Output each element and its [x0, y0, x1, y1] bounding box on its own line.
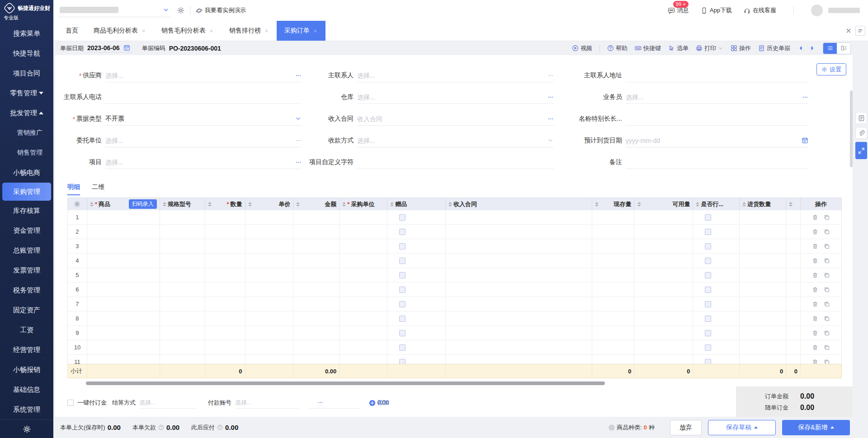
col-header-contract[interactable]: 收入合同: [446, 198, 592, 210]
gift-checkbox[interactable]: [399, 243, 406, 250]
cell-gift[interactable]: [387, 297, 446, 311]
tab-2d[interactable]: 二维: [92, 183, 104, 195]
cell-gift[interactable]: [387, 210, 446, 225]
field-10[interactable]: [357, 134, 554, 147]
cell-amount[interactable]: [293, 297, 340, 311]
save-draft-button[interactable]: 保存草稿: [708, 420, 776, 435]
sort-icon[interactable]: [90, 202, 94, 207]
toolbar-action-4[interactable]: 打印: [696, 44, 723, 52]
cell-rownum[interactable]: 2: [68, 225, 87, 239]
close-icon[interactable]: [141, 28, 146, 33]
delete-row-icon[interactable]: [812, 229, 818, 235]
cell-gift[interactable]: [387, 355, 446, 364]
sort-icon[interactable]: [342, 202, 346, 207]
cell-rownum[interactable]: 11: [68, 355, 87, 364]
cell-ops[interactable]: [801, 239, 841, 254]
cell-rownum[interactable]: 5: [68, 268, 87, 283]
close-icon[interactable]: [264, 28, 269, 33]
isline-checkbox[interactable]: [705, 316, 711, 322]
cell-rownum[interactable]: 8: [68, 311, 87, 326]
ellipsis-icon[interactable]: [547, 94, 554, 100]
copy-row-icon[interactable]: [824, 229, 830, 235]
cell-unit[interactable]: [340, 225, 387, 239]
copy-row-icon[interactable]: [824, 301, 830, 307]
field-input-8[interactable]: [626, 115, 808, 122]
close-icon[interactable]: [313, 28, 318, 33]
cell-stock[interactable]: [592, 268, 635, 283]
deposit-amount-field[interactable]: [309, 397, 359, 409]
cell-stock[interactable]: [592, 239, 635, 254]
field-8[interactable]: [626, 112, 808, 126]
sidebar-item-3[interactable]: 零售管理: [0, 83, 53, 103]
grid-row-5[interactable]: 5: [68, 268, 841, 283]
cell-contract[interactable]: [446, 268, 592, 283]
field-5[interactable]: [626, 90, 808, 104]
cell-amount[interactable]: [293, 326, 340, 340]
field-input-6[interactable]: [105, 115, 292, 122]
cell-purchase_qty[interactable]: [740, 210, 786, 225]
cell-ops[interactable]: [801, 297, 841, 311]
sidebar-item-16[interactable]: 经营管理: [0, 340, 53, 360]
copy-row-icon[interactable]: [824, 344, 830, 351]
field-input-11[interactable]: [626, 137, 799, 144]
copy-row-icon[interactable]: [824, 258, 830, 264]
cell-amount[interactable]: [293, 268, 340, 283]
cell-ops[interactable]: [801, 210, 841, 225]
grid-row-2[interactable]: 2: [68, 225, 841, 239]
cell-rownum[interactable]: 1: [68, 210, 87, 225]
cell-stock[interactable]: [592, 340, 635, 355]
cell-product[interactable]: [87, 311, 160, 326]
cell-product[interactable]: [87, 340, 160, 355]
save-and-new-button[interactable]: 保存&新增: [782, 420, 850, 435]
delete-row-icon[interactable]: [812, 272, 818, 278]
cell-extra[interactable]: [786, 355, 801, 364]
next-doc-button[interactable]: [809, 45, 816, 52]
sidebar-item-0[interactable]: 搜索菜单: [0, 24, 53, 43]
avatar[interactable]: [811, 5, 823, 16]
ellipsis-icon[interactable]: [802, 94, 808, 100]
sort-icon[interactable]: [696, 202, 699, 207]
pay-account-input[interactable]: [235, 399, 315, 406]
sidebar-item-2[interactable]: 项目合同: [0, 63, 53, 83]
copy-row-icon[interactable]: [824, 316, 830, 322]
cell-contract[interactable]: [446, 239, 592, 254]
cell-amount[interactable]: [293, 210, 340, 225]
cell-qty[interactable]: [205, 340, 245, 355]
cell-qty[interactable]: [205, 326, 245, 340]
delete-row-icon[interactable]: [812, 344, 818, 351]
attachment-button[interactable]: [855, 127, 867, 139]
toolbar-action-2[interactable]: 快捷键: [635, 44, 661, 52]
cell-price[interactable]: [245, 254, 294, 268]
cell-rownum[interactable]: 9: [68, 326, 87, 340]
cell-spec[interactable]: [160, 210, 205, 225]
cell-price[interactable]: [245, 239, 294, 254]
cell-price[interactable]: [245, 225, 294, 239]
cell-isline[interactable]: [693, 311, 740, 326]
cell-amount[interactable]: [293, 340, 340, 355]
card-view-button[interactable]: [837, 43, 850, 54]
cell-purchase_qty[interactable]: [740, 239, 786, 254]
cell-contract[interactable]: [446, 297, 592, 311]
cell-contract[interactable]: [446, 311, 592, 326]
field-input-7[interactable]: [357, 115, 545, 122]
cell-stock[interactable]: [592, 326, 635, 340]
one-click-deposit-checkbox[interactable]: [67, 400, 74, 406]
grid-row-8[interactable]: 8: [68, 311, 841, 326]
cell-product[interactable]: [87, 326, 160, 340]
copy-row-icon[interactable]: [824, 214, 830, 221]
cell-available[interactable]: [634, 340, 693, 355]
col-header-qty[interactable]: *数量: [205, 198, 245, 210]
online-service-button[interactable]: 在线客服: [744, 6, 776, 14]
cell-isline[interactable]: [693, 268, 740, 283]
gift-checkbox[interactable]: [399, 330, 406, 336]
copy-row-icon[interactable]: [824, 272, 830, 278]
field-input-5[interactable]: [626, 94, 799, 101]
chevron-down-icon[interactable]: [547, 137, 554, 144]
isline-checkbox[interactable]: [705, 229, 711, 235]
calendar-icon[interactable]: [123, 44, 130, 51]
cell-price[interactable]: [245, 210, 294, 225]
sidebar-item-19[interactable]: 系统管理: [0, 400, 53, 419]
delete-row-icon[interactable]: [812, 359, 818, 364]
cell-price[interactable]: [245, 297, 294, 311]
cell-available[interactable]: [634, 225, 693, 239]
